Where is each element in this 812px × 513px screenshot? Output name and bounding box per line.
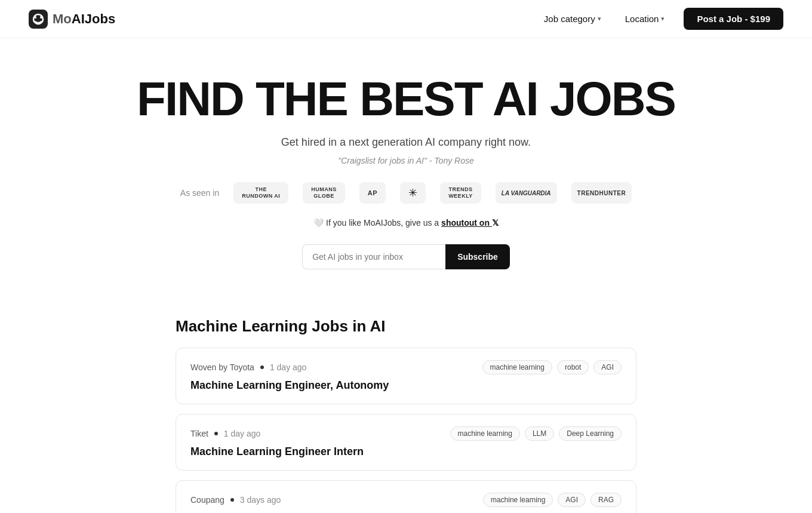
media-logo-trendhunter: TRENDHUNTER (571, 182, 632, 204)
chevron-down-icon: ▾ (661, 15, 665, 23)
job-card[interactable]: Coupang 3 days ago machine learning AGI … (176, 480, 636, 513)
subscribe-row: Subscribe (14, 244, 798, 269)
navbar: MoAIJobs Job category ▾ Location ▾ Post … (0, 0, 812, 38)
svg-point-2 (34, 16, 36, 19)
shoutout-link-text: shoutout on (441, 218, 490, 228)
job-tags: machine learning robot AGI (482, 360, 622, 374)
job-category-label: Job category (544, 14, 595, 24)
dot-separator (214, 432, 218, 435)
tag: RAG (590, 493, 622, 507)
media-logo-la-vanguardia: La Vanguardia (496, 182, 557, 204)
hero-section: FIND THE BEST AI JOBS Get hired in a nex… (0, 38, 812, 317)
company-name: Tiket (190, 429, 208, 438)
shoutout-line: 🤍 If you like MoAIJobs, give us a shouto… (14, 218, 798, 228)
jobs-section: Machine Learning Jobs in AI Woven by Toy… (161, 317, 651, 513)
hero-subtitle: Get hired in a next generation AI compan… (14, 136, 798, 149)
logo-text: MoAIJobs (53, 11, 115, 27)
media-logo-humans-globe: HUMANSGLOBE (303, 182, 345, 204)
job-title: Machine Learning Engineer, Autonomy (190, 379, 622, 392)
job-card[interactable]: Tiket 1 day ago machine learning LLM Dee… (176, 414, 636, 471)
logo-icon (29, 10, 48, 29)
time-ago: 1 day ago (224, 429, 261, 438)
shoutout-prefix: 🤍 If you like MoAIJobs, give us a (313, 218, 439, 228)
location-button[interactable]: Location ▾ (616, 9, 675, 29)
as-seen-row: As seen in THERUNDOWN AI HUMANSGLOBE AP … (14, 182, 798, 204)
svg-rect-0 (29, 10, 48, 29)
shoutout-link[interactable]: shoutout on 𝕏 (441, 218, 499, 228)
time-ago: 3 days ago (240, 495, 281, 505)
dot-separator (230, 498, 234, 502)
job-meta: Coupang 3 days ago (190, 495, 281, 505)
subscribe-button[interactable]: Subscribe (445, 244, 510, 269)
tag: machine learning (482, 360, 552, 374)
job-card-top: Woven by Toyota 1 day ago machine learni… (190, 360, 622, 374)
job-tags: machine learning LLM Deep Learning (450, 426, 622, 441)
tag: machine learning (483, 493, 553, 507)
tag: AGI (558, 493, 586, 507)
job-meta: Tiket 1 day ago (190, 429, 260, 438)
post-job-button[interactable]: Post a Job - $199 (684, 8, 783, 30)
tag: AGI (593, 360, 622, 374)
job-card-top: Tiket 1 day ago machine learning LLM Dee… (190, 426, 622, 441)
tag: robot (557, 360, 589, 374)
media-logo-trends-weekly: TRENDSWEEKLY (440, 182, 481, 204)
company-name: Woven by Toyota (190, 363, 254, 372)
job-card[interactable]: Woven by Toyota 1 day ago machine learni… (176, 348, 636, 404)
media-logo-rundown: THERUNDOWN AI (233, 182, 288, 204)
time-ago: 1 day ago (270, 363, 307, 372)
location-label: Location (625, 14, 659, 24)
x-icon: 𝕏 (492, 218, 499, 228)
company-name: Coupang (190, 495, 224, 505)
tag: LLM (525, 426, 554, 441)
job-meta: Woven by Toyota 1 day ago (190, 363, 306, 372)
job-category-button[interactable]: Job category ▾ (534, 9, 611, 29)
nav-actions: Job category ▾ Location ▾ Post a Job - $… (534, 8, 783, 30)
as-seen-label: As seen in (180, 188, 219, 198)
dot-separator (260, 365, 264, 369)
tag: Deep Learning (559, 426, 622, 441)
media-logo-ap: AP (359, 182, 386, 204)
job-card-top: Coupang 3 days ago machine learning AGI … (190, 493, 622, 507)
media-logo-star: ✳ (400, 182, 426, 204)
job-title: Machine Learning Engineer Intern (190, 446, 622, 458)
logo[interactable]: MoAIJobs (29, 10, 115, 29)
hero-title: FIND THE BEST AI JOBS (14, 74, 798, 124)
chevron-down-icon: ▾ (598, 15, 601, 23)
subscribe-input[interactable] (302, 244, 445, 269)
hero-quote: "Craigslist for jobs in AI" - Tony Rose (14, 156, 798, 165)
svg-point-3 (40, 16, 42, 19)
tag: machine learning (450, 426, 520, 441)
job-tags: machine learning AGI RAG (483, 493, 622, 507)
section-title: Machine Learning Jobs in AI (176, 317, 636, 336)
